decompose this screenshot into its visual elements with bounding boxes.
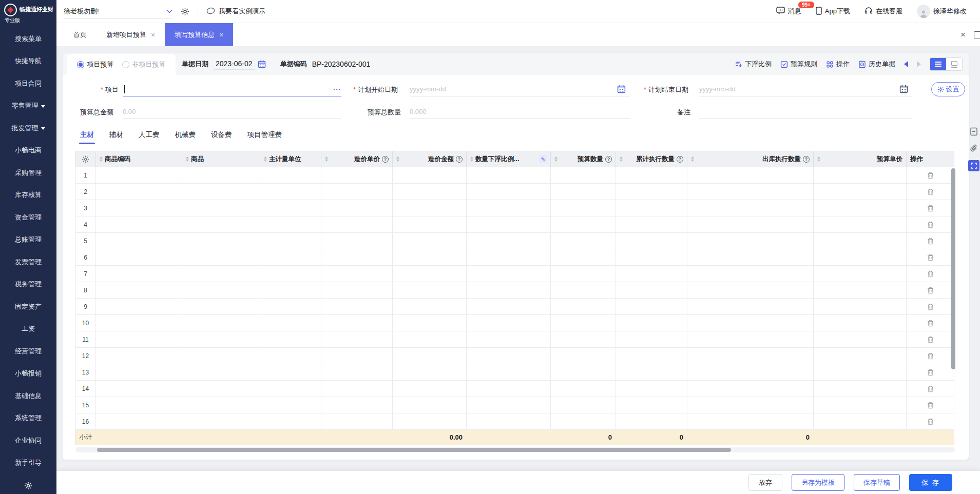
grid-cell[interactable] — [321, 299, 393, 314]
delete-row-icon[interactable] — [927, 238, 934, 245]
grid-cell[interactable] — [96, 167, 182, 183]
grid-cell[interactable] — [814, 266, 907, 282]
sidebar-item-零售管理[interactable]: 零售管理 — [0, 95, 56, 117]
delete-row-icon[interactable] — [927, 221, 934, 228]
user-menu[interactable]: 徐泽华修改 — [917, 5, 967, 18]
grid-cell[interactable] — [551, 266, 616, 282]
grid-cell[interactable] — [687, 216, 814, 232]
sort-arrows-icon[interactable] — [186, 156, 189, 162]
delete-row-icon[interactable] — [927, 320, 934, 327]
grid-cell[interactable] — [467, 397, 551, 413]
sidebar-item-企业协同[interactable]: 企业协同 — [0, 429, 56, 452]
grid-cell[interactable] — [393, 381, 467, 397]
delete-row-icon[interactable] — [927, 352, 934, 360]
grid-cell[interactable] — [182, 282, 260, 298]
grid-cell[interactable] — [182, 413, 260, 429]
grid-cell[interactable] — [182, 249, 260, 265]
sidebar-item-资金管理[interactable]: 资金管理 — [0, 206, 56, 229]
grid-cell[interactable] — [260, 299, 321, 314]
grid-cell[interactable] — [687, 299, 814, 314]
delete-row-icon[interactable] — [927, 385, 934, 392]
sidebar-item-系统管理[interactable]: 系统管理 — [0, 407, 56, 430]
grid-cell[interactable] — [467, 249, 551, 265]
grid-cell[interactable] — [687, 249, 814, 265]
grid-cell[interactable] — [321, 282, 393, 298]
grid-cell[interactable] — [814, 315, 907, 331]
grid-cell[interactable] — [393, 331, 467, 347]
horizontal-scrollbar[interactable] — [97, 448, 731, 452]
discard-button[interactable]: 放弃 — [748, 474, 782, 491]
end-date-input[interactable]: yyyy-mm-dd — [699, 82, 912, 96]
grid-cell[interactable] — [687, 413, 814, 429]
delete-row-icon[interactable] — [927, 205, 934, 212]
sidebar-item-税务管理[interactable]: 税务管理 — [0, 273, 56, 296]
grid-cell[interactable] — [551, 167, 616, 183]
sort-arrows-icon[interactable] — [554, 156, 558, 162]
grid-cell[interactable] — [182, 266, 260, 282]
calendar-icon[interactable] — [899, 85, 908, 93]
sort-arrows-icon[interactable] — [620, 156, 623, 162]
column-header-商品编码[interactable]: 商品编码 — [96, 151, 182, 167]
grid-cell[interactable] — [182, 381, 260, 397]
grid-cell[interactable] — [96, 233, 182, 249]
grid-cell[interactable] — [393, 364, 467, 380]
expand-panel-icon[interactable] — [968, 160, 979, 171]
grid-cell[interactable] — [467, 348, 551, 364]
grid-cell[interactable] — [96, 200, 182, 216]
grid-cell[interactable] — [687, 315, 814, 331]
column-header-造价金额[interactable]: 造价金额? — [393, 151, 467, 167]
grid-cell[interactable] — [393, 299, 467, 314]
tab-填写预算信息[interactable]: 填写预算信息× — [165, 23, 233, 46]
sidebar-item-库存核算[interactable]: 库存核算 — [0, 184, 56, 207]
grid-cell[interactable] — [321, 364, 393, 380]
sidebar-item-项目合同[interactable]: 项目合同 — [0, 72, 56, 95]
grid-cell[interactable] — [467, 364, 551, 380]
save-as-template-button[interactable]: 另存为模板 — [792, 474, 844, 491]
delete-row-icon[interactable] — [927, 418, 934, 425]
sidebar-item-小畅电商[interactable]: 小畅电商 — [0, 140, 56, 162]
grid-cell[interactable] — [182, 315, 260, 331]
grid-cell[interactable] — [96, 315, 182, 331]
close-tab-icon[interactable]: × — [960, 30, 966, 39]
toolbar-link-历史单据[interactable]: 历史单据 — [858, 60, 895, 69]
grid-cell[interactable] — [467, 315, 551, 331]
grid-cell[interactable] — [467, 299, 551, 314]
sidebar-item-搜索菜单[interactable]: 搜索菜单 — [0, 28, 56, 50]
radio-非项目预算[interactable]: 非项目预算 — [122, 60, 166, 69]
sidebar-item-采购管理[interactable]: 采购管理 — [0, 162, 56, 184]
grid-cell[interactable] — [814, 381, 907, 397]
grid-cell[interactable] — [260, 200, 321, 216]
online-service-button[interactable]: 在线客服 — [864, 7, 902, 16]
grid-cell[interactable] — [616, 413, 687, 429]
help-icon[interactable]: ? — [605, 156, 612, 163]
column-header-累计执行数量[interactable]: 累计执行数量? — [616, 151, 687, 167]
grid-cell[interactable] — [321, 397, 393, 413]
grid-cell[interactable] — [616, 348, 687, 364]
document-panel-icon[interactable] — [970, 127, 978, 136]
grid-cell[interactable] — [260, 282, 321, 298]
delete-row-icon[interactable] — [927, 369, 934, 376]
sidebar-item-小畅报销[interactable]: 小畅报销 — [0, 363, 56, 385]
save-draft-button[interactable]: 保存草稿 — [854, 474, 900, 491]
sidebar-item-基础信息[interactable]: 基础信息 — [0, 385, 56, 407]
grid-cell[interactable] — [551, 397, 616, 413]
toolbar-link-操作[interactable]: 操作 — [826, 60, 850, 69]
grid-cell[interactable] — [393, 266, 467, 282]
grid-cell[interactable] — [814, 413, 907, 429]
grid-cell[interactable] — [551, 282, 616, 298]
next-doc-arrow-icon[interactable] — [917, 61, 921, 67]
grid-cell[interactable] — [814, 233, 907, 249]
project-input[interactable]: ··· — [123, 82, 341, 96]
detail-tab-机械费[interactable]: 机械费 — [175, 130, 196, 144]
grid-cell[interactable] — [260, 167, 321, 183]
calendar-icon[interactable] — [617, 85, 626, 93]
sidebar-item-新手引导[interactable]: 新手引导 — [0, 452, 56, 475]
grid-cell[interactable] — [321, 266, 393, 282]
grid-cell[interactable] — [687, 266, 814, 282]
grid-cell[interactable] — [393, 315, 467, 331]
grid-cell[interactable] — [260, 184, 321, 200]
grid-cell[interactable] — [393, 348, 467, 364]
toolbar-link-下浮比例[interactable]: 下浮比例 — [735, 60, 772, 69]
sidebar-item-固定资产[interactable]: 固定资产 — [0, 295, 56, 318]
grid-cell[interactable] — [551, 200, 616, 216]
